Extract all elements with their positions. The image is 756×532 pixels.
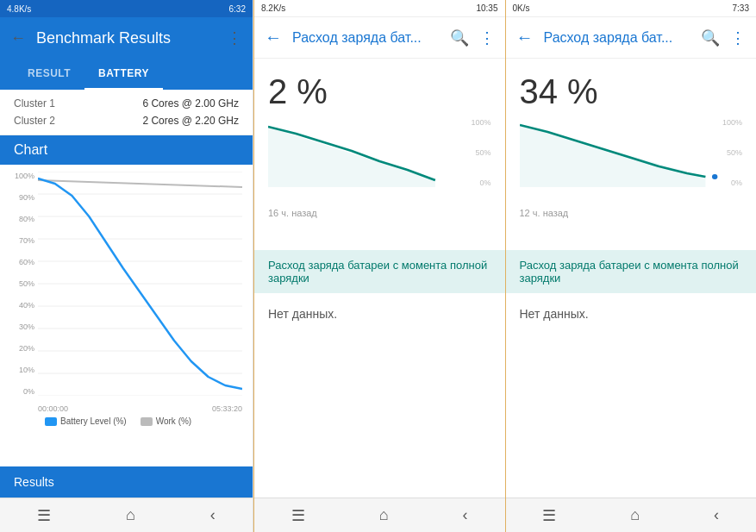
y-label-80: 80% <box>7 215 38 223</box>
more-icon-3[interactable]: ⋮ <box>730 28 746 47</box>
nav-menu-3[interactable]: ☰ <box>542 506 556 525</box>
more-icon-1[interactable]: ⋮ <box>227 28 242 47</box>
y-label-50: 50% <box>7 279 38 288</box>
tab-result[interactable]: RESULT <box>14 59 84 90</box>
nav-home-2[interactable]: ⌂ <box>379 506 389 524</box>
content-area-3: 34 % 100% 50% 0% 12 ч. назад <box>506 59 757 250</box>
panel-battery-2: 8.2K/s 10:35 ← Расход заряда бат... 🔍 ⋮ … <box>253 0 505 532</box>
x-axis-labels: 00:00:00 05:33:20 <box>38 404 242 413</box>
nav-menu-2[interactable]: ☰ <box>291 506 305 525</box>
mini-y-labels-3: 100% 50% 0% <box>712 118 742 187</box>
status-time-2: 10:35 <box>476 3 497 13</box>
mini-y-50-3: 50% <box>712 148 742 157</box>
panel-benchmark: 4.8K/s 6:32 ← Benchmark Results ⋮ RESULT… <box>0 0 253 532</box>
cluster-info: Cluster 1 6 Cores @ 2.00 GHz Cluster 2 2… <box>0 90 253 135</box>
status-network-1: 4.8K/s <box>7 4 31 14</box>
mini-chart-3: 100% 50% 0% <box>520 118 743 204</box>
percent-display-2: 2 % <box>268 72 491 111</box>
mini-y-0-2: 0% <box>461 178 491 187</box>
nav-back-2[interactable]: ‹ <box>463 506 468 524</box>
status-bar-1: 4.8K/s 6:32 <box>0 0 253 17</box>
mini-chart-svg-2 <box>268 118 491 187</box>
chart-svg <box>38 172 242 396</box>
y-label-60: 60% <box>7 258 38 266</box>
nav-back-3[interactable]: ‹ <box>714 506 719 524</box>
spacer-3 <box>506 335 757 498</box>
y-axis-labels: 0% 10% 20% 30% 40% 50% 60% 70% 80% 90% 1… <box>7 172 38 396</box>
x-label-end: 05:33:20 <box>212 404 242 413</box>
cluster-1-row: Cluster 1 6 Cores @ 2.00 GHz <box>14 95 239 112</box>
status-right-1: 6:32 <box>229 4 246 14</box>
nav-back-1[interactable]: ‹ <box>210 506 216 524</box>
more-icon-2[interactable]: ⋮ <box>479 28 495 47</box>
x-label-start: 00:00:00 <box>38 404 68 413</box>
cluster-2-row: Cluster 2 2 Cores @ 2.20 GHz <box>14 112 239 129</box>
y-label-10: 10% <box>7 366 38 374</box>
chart-svg-area <box>38 172 242 396</box>
app-bar-title-1: Benchmark Results <box>36 29 216 47</box>
status-network-3: 0K/s <box>513 3 530 13</box>
chart-section-header: Chart <box>0 135 253 165</box>
section-divider-3: Расход заряда батареи с момента полной з… <box>506 250 757 293</box>
nav-bar-3: ☰ ⌂ ‹ <box>506 498 757 532</box>
back-icon-3[interactable]: ← <box>516 28 534 47</box>
y-label-0: 0% <box>7 387 38 396</box>
legend-work-color <box>141 417 153 426</box>
no-data-2: Нет данных. <box>254 293 505 335</box>
section-title-3: Расход заряда батареи с момента полной з… <box>520 259 739 285</box>
cluster-2-value: 2 Cores @ 2.20 GHz <box>142 115 239 127</box>
status-network-2: 8.2K/s <box>261 3 285 13</box>
svg-marker-12 <box>520 125 705 187</box>
percent-display-3: 34 % <box>520 72 743 111</box>
app-bar-title-3: Расход заряда бат... <box>544 30 691 46</box>
cluster-1-value: 6 Cores @ 2.00 GHz <box>142 97 239 110</box>
y-label-40: 40% <box>7 301 38 310</box>
cluster-2-label: Cluster 2 <box>14 115 55 127</box>
app-bar-title-2: Расход заряда бат... <box>292 30 440 46</box>
panel-battery-3: 0K/s 7:33 ← Расход заряда бат... 🔍 ⋮ 34 … <box>505 0 757 532</box>
mini-y-0-3: 0% <box>712 178 742 187</box>
legend-work: Work (%) <box>141 416 191 426</box>
time-ago-3: 12 ч. назад <box>520 208 743 218</box>
nav-home-1[interactable]: ⌂ <box>126 506 135 524</box>
legend-battery-color <box>45 417 57 426</box>
section-title-2: Расход заряда батареи с момента полной з… <box>268 259 487 285</box>
nav-menu-1[interactable]: ☰ <box>37 506 51 525</box>
app-bar-2: ← Расход заряда бат... 🔍 ⋮ <box>254 17 505 59</box>
y-label-30: 30% <box>7 322 38 331</box>
y-label-90: 90% <box>7 193 38 202</box>
search-icon-3[interactable]: 🔍 <box>701 28 720 47</box>
mini-y-100-2: 100% <box>461 118 491 127</box>
tabs-bar-1: RESULT BATTERY <box>0 59 253 90</box>
y-label-70: 70% <box>7 236 38 245</box>
mini-chart-svg-3 <box>520 118 743 187</box>
status-time-1: 6:32 <box>229 4 246 14</box>
back-icon-2[interactable]: ← <box>265 28 282 47</box>
mini-y-labels-2: 100% 50% 0% <box>461 118 491 187</box>
back-icon-1[interactable]: ← <box>10 29 26 47</box>
legend-work-label: Work (%) <box>156 416 191 426</box>
nav-home-3[interactable]: ⌂ <box>630 506 640 524</box>
mini-chart-2: 100% 50% 0% <box>268 118 491 204</box>
search-icon-2[interactable]: 🔍 <box>450 28 469 47</box>
legend-battery-label: Battery Level (%) <box>60 416 127 426</box>
no-data-3: Нет данных. <box>506 293 757 335</box>
time-ago-2: 16 ч. назад <box>268 208 491 218</box>
app-bar-3: ← Расход заряда бат... 🔍 ⋮ <box>506 17 757 59</box>
chart-area: 0% 10% 20% 30% 40% 50% 60% 70% 80% 90% 1… <box>0 165 253 466</box>
mini-y-50-2: 50% <box>461 148 491 157</box>
results-label: Results <box>14 475 54 489</box>
nav-bar-1: ☰ ⌂ ‹ <box>0 498 253 532</box>
chart-container: 0% 10% 20% 30% 40% 50% 60% 70% 80% 90% 1… <box>7 172 242 413</box>
results-footer[interactable]: Results <box>0 466 253 498</box>
cluster-1-label: Cluster 1 <box>14 97 55 110</box>
legend-battery: Battery Level (%) <box>45 416 127 426</box>
tab-battery[interactable]: BATTERY <box>84 59 163 90</box>
legend-area: Battery Level (%) Work (%) <box>7 413 242 429</box>
section-divider-2: Расход заряда батареи с момента полной з… <box>254 250 505 293</box>
app-bar-1: ← Benchmark Results ⋮ <box>0 17 253 59</box>
spacer-2 <box>254 335 505 498</box>
status-time-3: 7:33 <box>733 3 749 13</box>
content-area-2: 2 % 100% 50% 0% 16 ч. назад <box>254 59 505 250</box>
status-bar-2: 8.2K/s 10:35 <box>254 0 505 17</box>
